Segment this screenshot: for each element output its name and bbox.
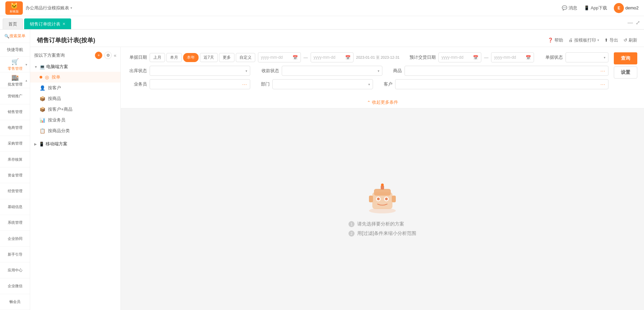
sidebar-item-marketing[interactable]: 营销推广 bbox=[0, 88, 30, 104]
last7-btn[interactable]: 近7天 bbox=[200, 53, 218, 62]
sidebar-item-sales[interactable]: 销售管理 bbox=[0, 104, 30, 120]
collapse-more-btn[interactable]: ⌃ 收起更多条件 bbox=[121, 97, 644, 108]
scheme-item-by-product[interactable]: 📦 按商品 bbox=[30, 93, 120, 104]
chevron-right-icon: ▶ bbox=[34, 142, 37, 146]
sidebar-search[interactable]: 🔍 帮助 搜索菜单 bbox=[0, 30, 30, 43]
message-btn[interactable]: 💬 消息 bbox=[562, 5, 577, 11]
topbar-left: 🐱 标账版 办公用品行业模拟账表 ▾ bbox=[5, 1, 72, 15]
department-chevron-icon: ▾ bbox=[368, 83, 370, 86]
sidebar-item-ecommerce[interactable]: 电商管理 bbox=[0, 120, 30, 136]
tab-sales-stat[interactable]: 销售订单统计表 ✕ bbox=[24, 18, 71, 29]
tabbar: 首页 销售订单统计表 ✕ — ⤢ bbox=[0, 16, 644, 30]
empty-tip-2: 2 用[过滤]条件来缩小分析范围 bbox=[348, 230, 416, 237]
payment-chevron-icon: ▾ bbox=[378, 69, 379, 73]
settings-scheme-btn[interactable]: ⚙ bbox=[104, 52, 112, 59]
scheme-group-pc: ▼ 💻 电脑端方案 ◎ 按单 👤 按客户 📦 bbox=[30, 62, 120, 139]
logo-text: 标账版 bbox=[10, 9, 19, 14]
message-icon: 💬 bbox=[562, 5, 567, 10]
sidebar-item-tutorial[interactable]: 新手引导 bbox=[0, 247, 30, 262]
tab-home[interactable]: 首页 bbox=[3, 18, 23, 29]
expected-date-from-input[interactable]: yyyy-mm-dd 📅 bbox=[438, 52, 481, 62]
scheme-group-mobile-toggle[interactable]: ▶ 📱 移动端方案 bbox=[30, 139, 120, 149]
sidebar-nav-quick[interactable]: 快捷导航 bbox=[0, 43, 30, 56]
scheme-item-by-customer-product[interactable]: 📦 按客户+商品 bbox=[30, 104, 120, 115]
scheme-by-cp-label: 按客户+商品 bbox=[48, 106, 72, 112]
minimize-icon[interactable]: — bbox=[628, 20, 633, 26]
right-panel: 单据日期 上月 本月 本年 近7天 更多 自定义 bbox=[121, 47, 644, 310]
sidebar-item-wholesale[interactable]: 🏬 批发管理 ▴ bbox=[0, 72, 30, 88]
doc-status-label: 单据状态 bbox=[543, 54, 563, 60]
mobile-group-icon: 📱 bbox=[39, 142, 44, 147]
user-area[interactable]: E demo2 bbox=[614, 3, 639, 13]
delivery-chevron-icon: ▾ bbox=[246, 69, 247, 73]
scheme-item-by-order[interactable]: ◎ 按单 bbox=[30, 72, 120, 83]
scheme-by-customer-icon: 👤 bbox=[40, 85, 45, 91]
date-to-input[interactable]: yyyy-mm-dd 📅 bbox=[311, 52, 354, 62]
sidebar-item-cooperation[interactable]: 企业协同 bbox=[0, 231, 30, 247]
settings-btn[interactable]: 设置 bbox=[614, 66, 637, 79]
content-area: 按以下方案查询 + ⚙ « ▼ 💻 bbox=[30, 47, 644, 310]
this-year-btn[interactable]: 本年 bbox=[183, 53, 199, 62]
date-range-separator: — bbox=[304, 55, 308, 60]
expected-date-to-input[interactable]: yyyy-mm-dd 📅 bbox=[491, 52, 534, 62]
scheme-by-cat-icon: 📋 bbox=[40, 128, 45, 134]
page-header-actions: ❓ 帮助 🖨 按模板打印 ▾ ⬆ 导出 ↺ 刷新 bbox=[548, 37, 637, 43]
retail-icon: 🛒 bbox=[11, 58, 19, 65]
date-to-placeholder: yyyy-mm-dd bbox=[314, 55, 335, 60]
app-download-label: App下载 bbox=[591, 5, 607, 11]
date-from-input[interactable]: yyyy-mm-dd 📅 bbox=[258, 52, 301, 62]
salesperson-more-icon: ··· bbox=[242, 82, 247, 87]
collapse-panel-btn[interactable]: « bbox=[114, 53, 116, 58]
expected-date-separator: — bbox=[484, 55, 488, 60]
sidebar-item-wechat[interactable]: 企业微信 bbox=[0, 278, 30, 294]
scheme-item-by-customer[interactable]: 👤 按客户 bbox=[30, 83, 120, 93]
sidebar-item-operations[interactable]: 经营管理 bbox=[0, 183, 30, 199]
tip-1-num: 1 bbox=[348, 221, 355, 227]
sidebar-item-finance[interactable]: 资金管理 bbox=[0, 167, 30, 183]
page-title: 销售订单统计表(按单) bbox=[37, 36, 95, 44]
this-month-btn[interactable]: 本月 bbox=[166, 53, 182, 62]
refresh-btn[interactable]: ↺ 刷新 bbox=[624, 37, 637, 43]
export-btn[interactable]: ⬆ 导出 bbox=[604, 37, 618, 43]
tabbar-actions: — ⤢ bbox=[624, 16, 644, 29]
sidebar-item-purchase[interactable]: 采购管理 bbox=[0, 136, 30, 152]
customer-select[interactable]: ··· bbox=[395, 79, 608, 89]
plus-icon: + bbox=[98, 53, 100, 58]
doc-status-select[interactable]: ▾ bbox=[566, 52, 608, 62]
goods-select[interactable]: ··· bbox=[405, 66, 608, 76]
scheme-item-by-salesperson[interactable]: 📊 按业务员 bbox=[30, 115, 120, 125]
payment-status-select[interactable]: ▾ bbox=[282, 66, 382, 76]
query-btn[interactable]: 查询 bbox=[614, 52, 637, 64]
delivery-status-select[interactable]: ▾ bbox=[150, 66, 250, 76]
scheme-group-mobile-label: 移动端方案 bbox=[46, 141, 67, 147]
prev-month-btn[interactable]: 上月 bbox=[150, 53, 165, 62]
help-btn[interactable]: ❓ 帮助 bbox=[548, 37, 563, 43]
svg-point-6 bbox=[385, 198, 388, 200]
customer-label: 客户 bbox=[382, 81, 392, 87]
sidebar-item-inventory[interactable]: 库存核算 bbox=[0, 152, 30, 167]
date-quick-btns: 上月 本月 本年 近7天 更多 自定义 bbox=[150, 53, 255, 62]
export-label: 导出 bbox=[609, 37, 618, 43]
sidebar-item-system[interactable]: 系统管理 bbox=[0, 215, 30, 231]
app-title[interactable]: 办公用品行业模拟账表 ▾ bbox=[25, 5, 72, 11]
more-date-btn[interactable]: 更多 bbox=[219, 53, 234, 62]
sidebar-item-basic[interactable]: 基础信息 bbox=[0, 199, 30, 215]
maximize-icon[interactable]: ⤢ bbox=[636, 19, 640, 26]
department-label: 部门 bbox=[260, 81, 270, 87]
custom-date-btn[interactable]: 自定义 bbox=[236, 53, 255, 62]
scheme-by-product-label: 按商品 bbox=[48, 96, 61, 102]
sidebar-item-retail[interactable]: 🛒 零售管理 ▾ bbox=[0, 57, 30, 72]
scheme-group-pc-toggle[interactable]: ▼ 💻 电脑端方案 bbox=[30, 62, 120, 72]
scheme-by-cp-icon: 📦 bbox=[40, 107, 45, 112]
add-scheme-btn[interactable]: + bbox=[95, 52, 102, 59]
salesperson-select[interactable]: ··· bbox=[150, 79, 250, 89]
print-btn[interactable]: 🖨 按模板打印 ▾ bbox=[569, 37, 599, 43]
tab-close-icon[interactable]: ✕ bbox=[62, 22, 65, 26]
sidebar-item-apps[interactable]: 应用中心 bbox=[0, 262, 30, 278]
scheme-item-by-category[interactable]: 📋 按商品分类 bbox=[30, 125, 120, 136]
svg-rect-9 bbox=[369, 196, 373, 202]
date-range-text: 2023-01-01 至 2023-12-31 bbox=[356, 55, 400, 60]
sidebar-item-vip[interactable]: 畅会员 bbox=[0, 294, 30, 310]
app-download-btn[interactable]: 📱 App下载 bbox=[584, 5, 607, 11]
department-select[interactable]: ▾ bbox=[272, 79, 373, 89]
